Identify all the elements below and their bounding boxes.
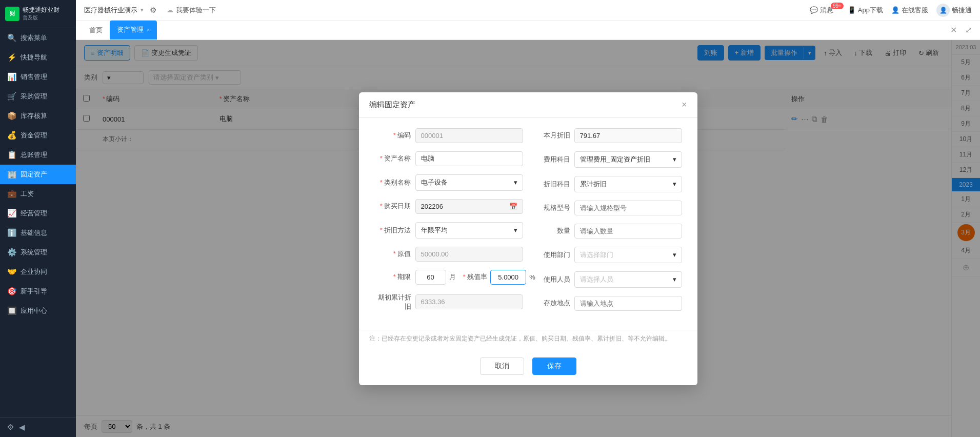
sidebar-item-label: 搜索菜单	[21, 33, 47, 43]
form-row-category: * 类别名称 电子设备 ▾	[374, 174, 523, 191]
depreciation-method-value: 年限平均	[421, 226, 448, 235]
sidebar-item-basic[interactable]: ℹ️ 基础信息	[0, 223, 76, 243]
tab-close-icon[interactable]: ×	[147, 27, 150, 33]
tabbar-expand-icon[interactable]: ⤢	[963, 23, 974, 37]
messages-button[interactable]: 💬 消息 99+	[810, 6, 839, 15]
sidebar-nav: 🔍 搜索菜单 ⚡ 快捷导航 📊 销售管理 🛒 采购管理 📦 库存核算 💰 资金管…	[0, 28, 76, 417]
sidebar-item-purchase[interactable]: 🛒 采购管理	[0, 87, 76, 106]
spec-input[interactable]	[574, 201, 682, 215]
depreciation-method-select[interactable]: 年限平均 ▾	[415, 222, 523, 239]
sidebar-item-sales[interactable]: 📊 销售管理	[0, 67, 76, 87]
form-row-dep-account: 折旧科目 累计折旧 ▾	[533, 176, 682, 192]
inventory-icon: 📦	[7, 111, 16, 121]
form-row-period: * 期限 月 * 残值率 %	[374, 270, 523, 285]
name-input[interactable]	[415, 151, 523, 166]
cloud-icon: ☁	[167, 6, 173, 14]
sidebar-item-label: 采购管理	[21, 92, 47, 101]
app-download-button[interactable]: 📱 App下载	[848, 6, 883, 15]
sidebar-item-label: 销售管理	[21, 72, 47, 82]
dialog-note: 注：已经存在变更记录或者对应固定资产已经生成凭证，原值、购买日期、残值率、累计折…	[359, 330, 697, 351]
dialog-title: 编辑固定资产	[369, 100, 415, 110]
save-button[interactable]: 保存	[532, 357, 576, 375]
sidebar-header: 财 畅捷通好业财 普及版	[0, 0, 76, 28]
edit-asset-dialog: 编辑固定资产 × * 编码 * 资产名称	[359, 92, 697, 385]
residual-rate-input[interactable]	[490, 270, 526, 285]
sidebar-item-inventory[interactable]: 📦 库存核算	[0, 106, 76, 126]
trial-button[interactable]: ☁ 我要体验一下	[167, 6, 216, 15]
topbar-right: 💬 消息 99+ 📱 App下载 👤 在线客服 👤 畅捷通	[810, 4, 972, 17]
online-service-label: 在线客服	[902, 6, 928, 15]
sidebar-item-label: 资金管理	[21, 131, 47, 140]
form-row-user: 使用人员 请选择人员 ▾	[533, 271, 682, 288]
user-label: 使用人员	[533, 275, 574, 284]
note-text: 注：已经存在变更记录或者对应固定资产已经生成凭证，原值、购买日期、残值率、累计折…	[369, 335, 671, 342]
topbar-settings-icon[interactable]: ⚙	[150, 6, 156, 15]
form-row-original-value: * 原值	[374, 247, 523, 262]
quantity-label: 数量	[533, 226, 574, 235]
dep-account-select[interactable]: 累计折旧 ▾	[574, 176, 682, 192]
sidebar-item-label: 库存核算	[21, 111, 47, 121]
dialog-overlay: 编辑固定资产 × * 编码 * 资产名称	[76, 40, 980, 437]
sidebar-item-system[interactable]: ⚙️ 系统管理	[0, 243, 76, 262]
sidebar-item-label: 企业协同	[21, 267, 47, 276]
tabbar: 首页 资产管理 × ✕ ⤢	[76, 21, 980, 40]
purchase-icon: 🛒	[7, 92, 16, 101]
sidebar-item-fixed-assets[interactable]: 🏢 固定资产	[0, 165, 76, 184]
original-value-input[interactable]	[415, 247, 523, 262]
user-menu[interactable]: 👤 畅捷通	[936, 4, 972, 17]
expense-account-select[interactable]: 管理费用_固定资产折旧 ▾	[574, 151, 682, 168]
form-row-monthly-dep: 本月折旧	[533, 128, 682, 143]
trial-text: 我要体验一下	[176, 6, 216, 15]
dialog-close-button[interactable]: ×	[682, 100, 687, 110]
calendar-icon: 📅	[509, 203, 517, 210]
settings-footer-icon[interactable]: ⚙	[7, 423, 14, 432]
sidebar-item-label: 固定资产	[21, 170, 47, 179]
purchase-date-input[interactable]: 202206 📅	[415, 199, 523, 214]
tab-home-label: 首页	[89, 26, 103, 35]
sidebar-item-payroll[interactable]: 💼 工资	[0, 184, 76, 204]
user-chevron-icon: ▾	[673, 275, 676, 283]
depreciation-method-label: * 折旧方法	[374, 226, 415, 235]
sidebar-item-apps[interactable]: 🔲 应用中心	[0, 301, 76, 321]
tabbar-close-icon[interactable]: ✕	[948, 23, 959, 37]
tab-home[interactable]: 首页	[82, 21, 110, 39]
dept-placeholder: 请选择部门	[580, 250, 613, 260]
online-service-button[interactable]: 👤 在线客服	[891, 6, 928, 15]
basic-icon: ℹ️	[7, 228, 16, 237]
sidebar-item-ledger[interactable]: 📋 总账管理	[0, 145, 76, 165]
sidebar-item-finance[interactable]: 💰 资金管理	[0, 126, 76, 145]
topbar: 医疗器械行业演示 ▾ ⚙ ☁ 我要体验一下 💬 消息 99+ 📱 App下载 👤…	[76, 0, 980, 21]
original-value-label: * 原值	[374, 249, 415, 259]
sidebar-item-enterprise[interactable]: 🤝 企业协同	[0, 262, 76, 282]
sidebar-item-quick-nav[interactable]: ⚡ 快捷导航	[0, 48, 76, 67]
period-input[interactable]	[415, 270, 446, 285]
sidebar-item-operations[interactable]: 📈 经营管理	[0, 204, 76, 223]
user-avatar: 👤	[936, 4, 950, 17]
sidebar-title-group: 畅捷通好业财 普及版	[23, 6, 59, 22]
form-row-expense-account: 费用科目 管理费用_固定资产折旧 ▾	[533, 151, 682, 168]
sidebar-item-search[interactable]: 🔍 搜索菜单	[0, 28, 76, 48]
sidebar-item-label: 经营管理	[21, 209, 47, 218]
accumulated-input[interactable]	[415, 294, 523, 309]
sidebar-item-guide[interactable]: 🎯 新手引导	[0, 282, 76, 301]
tab-asset-management[interactable]: 资产管理 ×	[110, 21, 157, 39]
user-select[interactable]: 请选择人员 ▾	[574, 271, 682, 288]
monthly-dep-input[interactable]	[574, 128, 682, 143]
sidebar-item-label: 总账管理	[21, 150, 47, 160]
cancel-button[interactable]: 取消	[480, 357, 524, 375]
collapse-footer-icon[interactable]: ◀	[19, 423, 25, 432]
search-icon: 🔍	[7, 33, 16, 43]
expense-chevron-icon: ▾	[673, 155, 676, 163]
code-input[interactable]	[415, 128, 523, 143]
sidebar: 财 畅捷通好业财 普及版 🔍 搜索菜单 ⚡ 快捷导航 📊 销售管理 🛒 采购管理…	[0, 0, 76, 437]
dept-select[interactable]: 请选择部门 ▾	[574, 247, 682, 263]
name-label: * 资产名称	[374, 154, 415, 163]
company-selector[interactable]: 医疗器械行业演示 ▾	[84, 6, 144, 15]
category-select[interactable]: 电子设备 ▾	[415, 174, 523, 191]
quantity-input[interactable]	[574, 224, 682, 239]
category-select-value: 电子设备	[421, 178, 448, 187]
download-icon: 📱	[848, 6, 856, 14]
location-input[interactable]	[574, 296, 682, 311]
company-chevron-icon: ▾	[141, 7, 144, 13]
expense-account-label: 费用科目	[533, 155, 574, 164]
